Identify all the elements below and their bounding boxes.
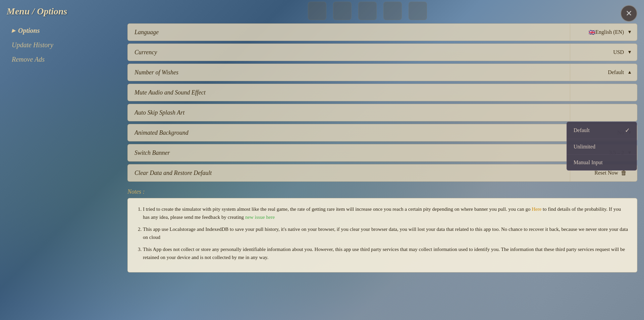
note-3-text: This App does not collect or store any p… — [143, 247, 625, 260]
note-1-link-new-issue[interactable]: new issue here — [245, 214, 275, 220]
note-2-text: This app use Localstorage and IndexedDB … — [143, 227, 628, 240]
close-button[interactable]: ✕ — [621, 5, 637, 22]
page-title: Menu / Options — [7, 6, 67, 17]
option-row-animated-bg: Animated Background No ▼ — [127, 124, 637, 141]
option-row-switch-banner: Switch Banner 3.5 – 2 ▼ — [127, 144, 637, 162]
header-icon-3 — [358, 2, 377, 20]
option-value-number-of-wishes[interactable]: Default ▲ — [570, 64, 637, 81]
header-decoration — [117, 0, 617, 22]
sidebar-item-update-history[interactable]: Update History — [7, 38, 107, 52]
notes-section: Notes : I tried to create the simulator … — [127, 188, 637, 272]
sidebar-arrow-options: ▶ — [12, 28, 15, 34]
option-row-currency: Currency USD ▼ — [127, 44, 637, 61]
option-row-language: Language 🇬🇧 English (EN) ▼ — [127, 23, 637, 41]
sidebar-label-update-history: Update History — [12, 41, 53, 49]
currency-dropdown-arrow: ▼ — [627, 50, 632, 55]
option-value-mute-audio[interactable] — [570, 84, 637, 101]
option-label-auto-skip: Auto Skip Splash Art — [128, 109, 570, 116]
note-item-3: This App does not collect or store any p… — [143, 245, 629, 261]
option-label-language: Language — [128, 29, 570, 36]
language-value-text: English (EN) — [595, 29, 624, 35]
option-label-mute-audio: Mute Audio and Sound Effect — [128, 89, 570, 96]
note-1-text-before: I tried to create the simulator with pit… — [143, 206, 532, 212]
note-item-1: I tried to create the simulator with pit… — [143, 205, 629, 221]
header-icon-1 — [308, 2, 326, 20]
language-dropdown-arrow: ▼ — [627, 29, 632, 35]
option-label-number-of-wishes: Number of Wishes — [128, 69, 570, 76]
notes-title: Notes : — [127, 188, 637, 195]
option-row-auto-skip: Auto Skip Splash Art — [127, 104, 637, 121]
number-of-wishes-dropdown-arrow: ▲ — [627, 70, 632, 75]
dropdown-item-unlimited[interactable]: Unlimited — [567, 139, 637, 155]
sidebar-item-options[interactable]: ▶ Options — [7, 23, 107, 38]
dropdown-item-manual-input[interactable]: Manual Input — [567, 155, 637, 170]
note-1-link-here[interactable]: Here — [532, 206, 541, 212]
main-content: Language 🇬🇧 English (EN) ▼ Currency USD … — [127, 23, 637, 272]
notes-list: I tried to create the simulator with pit… — [136, 205, 629, 261]
option-label-currency: Currency — [128, 49, 570, 56]
sidebar-item-remove-ads[interactable]: Remove Ads — [7, 52, 107, 67]
header-icon-5 — [409, 2, 427, 20]
sidebar: ▶ Options Update History Remove Ads — [7, 23, 107, 67]
header-icon-4 — [383, 2, 402, 20]
note-item-2: This app use Localstorage and IndexedDB … — [143, 225, 629, 241]
option-label-animated-bg: Animated Background — [128, 129, 570, 136]
number-of-wishes-dropdown: Default ✓ Unlimited Manual Input — [567, 122, 637, 171]
dropdown-item-default-check: ✓ — [625, 127, 630, 134]
dropdown-item-manual-input-label: Manual Input — [574, 159, 603, 166]
dropdown-item-default[interactable]: Default ✓ — [567, 122, 637, 139]
sidebar-label-options: Options — [18, 27, 40, 35]
option-label-switch-banner: Switch Banner — [128, 149, 570, 156]
sidebar-label-remove-ads: Remove Ads — [12, 56, 45, 63]
reset-button-label: Reset Now — [594, 170, 618, 176]
option-value-auto-skip[interactable] — [570, 104, 637, 121]
option-row-number-of-wishes: Number of Wishes Default ▲ Default ✓ Unl… — [127, 64, 637, 81]
dropdown-item-unlimited-label: Unlimited — [574, 144, 595, 150]
flag-icon-language: 🇬🇧 — [589, 29, 595, 36]
dropdown-item-default-label: Default — [574, 127, 590, 133]
header-icon-2 — [333, 2, 352, 20]
option-value-language[interactable]: 🇬🇧 English (EN) ▼ — [570, 24, 637, 41]
option-row-clear-data: Clear Data and Restore Default Reset Now… — [127, 164, 637, 182]
option-label-clear-data: Clear Data and Restore Default — [128, 170, 570, 177]
currency-value-text: USD — [613, 49, 624, 55]
option-row-mute-audio: Mute Audio and Sound Effect — [127, 84, 637, 101]
option-value-currency[interactable]: USD ▼ — [570, 44, 637, 61]
notes-box: I tried to create the simulator with pit… — [127, 198, 637, 272]
number-of-wishes-value-text: Default — [608, 69, 624, 75]
